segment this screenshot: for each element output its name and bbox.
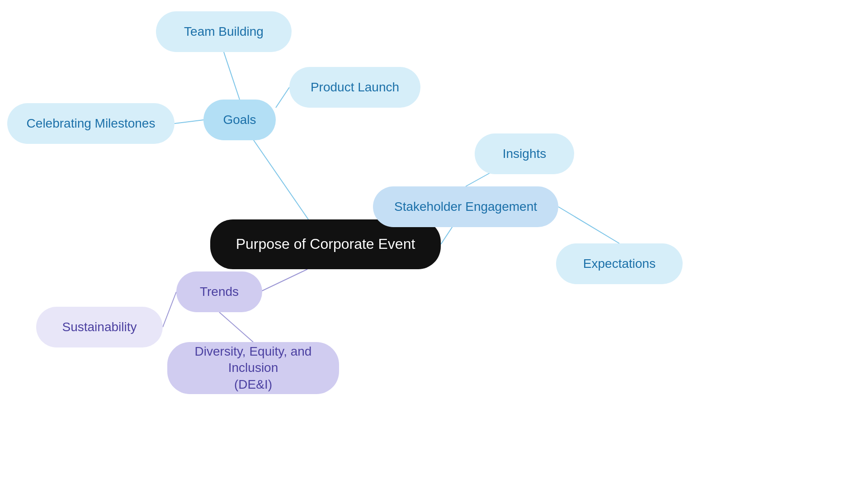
node-expectations-label: Expectations [583, 256, 656, 272]
svg-line-8 [163, 292, 176, 327]
node-trends[interactable]: Trends [176, 271, 262, 312]
svg-line-1 [224, 52, 240, 100]
node-trends-label: Trends [200, 284, 239, 300]
node-celebrating-milestones-label: Celebrating Milestones [27, 115, 156, 132]
node-insights[interactable]: Insights [475, 133, 574, 174]
node-celebrating-milestones[interactable]: Celebrating Milestones [7, 103, 175, 144]
svg-line-7 [260, 269, 307, 292]
node-goals-label: Goals [223, 112, 256, 128]
node-goals[interactable]: Goals [203, 100, 276, 140]
node-center-label: Purpose of Corporate Event [236, 235, 415, 254]
node-stakeholder-engagement-label: Stakeholder Engagement [394, 199, 537, 215]
node-dei-label: Diversity, Equity, and Inclusion(DE&I) [181, 343, 326, 393]
node-expectations[interactable]: Expectations [556, 243, 683, 284]
node-dei[interactable]: Diversity, Equity, and Inclusion(DE&I) [167, 342, 339, 394]
node-product-launch-label: Product Launch [311, 79, 399, 95]
mindmap-container: Purpose of Corporate Event Goals Team Bu… [0, 0, 868, 490]
node-team-building[interactable]: Team Building [156, 11, 292, 52]
svg-line-6 [558, 207, 619, 243]
node-insights-label: Insights [503, 146, 547, 162]
svg-line-3 [276, 87, 289, 108]
node-team-building-label: Team Building [184, 24, 264, 40]
node-stakeholder-engagement[interactable]: Stakeholder Engagement [373, 186, 558, 227]
svg-line-2 [175, 120, 203, 124]
svg-line-9 [219, 312, 253, 342]
node-sustainability-label: Sustainability [62, 319, 137, 335]
node-sustainability[interactable]: Sustainability [36, 307, 163, 347]
node-product-launch[interactable]: Product Launch [289, 67, 420, 108]
